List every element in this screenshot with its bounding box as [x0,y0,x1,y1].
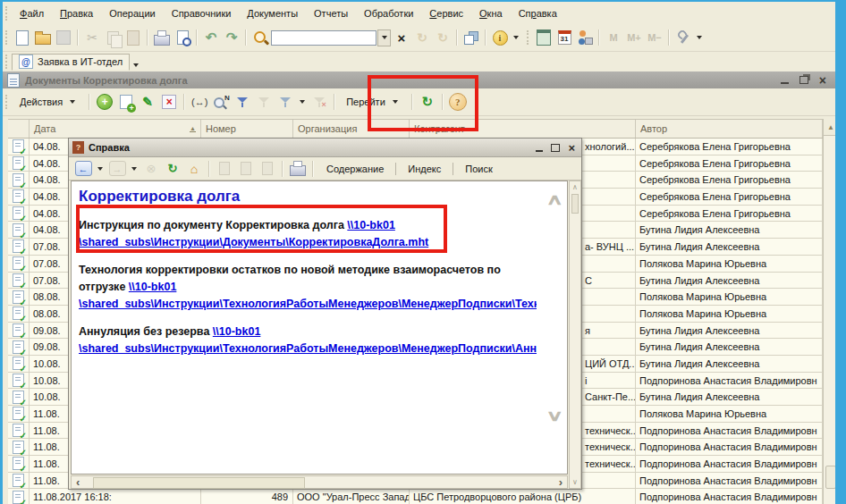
restore-icon[interactable] [799,76,808,84]
minimize-icon[interactable] [781,82,789,84]
chevron-down-icon[interactable] [97,167,103,171]
minimize-icon[interactable] [536,150,543,152]
column-header-Автор[interactable]: Автор [636,120,823,138]
help-path-link[interactable]: \shared_subs\Инструкции\Документы\Коррек… [79,234,537,251]
filter-by-value-button[interactable] [275,92,295,112]
help-home-button[interactable]: ⌂ [184,159,204,179]
user-permissions-button[interactable] [575,28,595,47]
column-header-Дата[interactable]: Дата [30,120,201,138]
menu-item[interactable]: Обработки [356,4,421,22]
chevron-down-icon[interactable] [697,36,702,39]
redo-button[interactable]: ↷ [222,28,241,47]
document-window-titlebar: Документы Корректировка долга [3,71,835,88]
goto-button[interactable]: Перейти [340,91,407,113]
list-settings-button[interactable] [233,92,252,112]
help-tab-contents[interactable]: Содержание [318,162,392,176]
scroll-up-icon[interactable] [572,183,578,191]
column-header-Контрагент[interactable]: Контрагент [410,120,636,138]
info-button[interactable]: i [490,28,510,47]
memory-recall-button: M [604,28,623,47]
posted-document-check-icon [13,139,24,153]
scrollbar-thumb[interactable] [93,477,305,489]
copy-icon [107,31,119,45]
wrench-icon [676,30,690,45]
close-icon[interactable] [819,75,826,86]
scrollbar-thumb[interactable] [571,194,579,214]
open-button[interactable] [33,28,53,47]
calendar-button[interactable]: 31 [554,28,574,47]
content-scroll-down-icon[interactable] [546,407,563,425]
menu-item[interactable]: Правка [52,4,101,22]
menu-item[interactable]: Окна [471,4,511,22]
clear-search-button[interactable]: × [392,28,411,47]
calculator-button[interactable] [534,28,554,47]
chevron-down-icon[interactable] [300,100,305,104]
menu-item[interactable]: Отчеты [306,4,356,22]
help-print-button[interactable] [288,159,308,179]
service-settings-button[interactable] [673,28,693,47]
contragent-fragment: техническ... [585,441,636,452]
help-tab-search[interactable]: Поиск [457,162,500,176]
window-list-caret-icon[interactable] [133,63,139,67]
column-header-Номер[interactable]: Номер [201,120,293,138]
help-back-button[interactable]: ← [73,159,93,179]
close-icon[interactable] [568,143,575,153]
chevron-down-icon[interactable] [131,167,137,171]
cell-author: Серебрякова Елена Григорьевна [636,155,823,172]
add-copy-button[interactable] [116,92,136,112]
help-button[interactable]: ? [448,92,468,112]
column-header-Организация[interactable]: Организация [293,120,410,138]
chevron-down-icon [393,100,398,104]
add-plus-icon: + [97,94,113,110]
scroll-down-icon[interactable] [572,478,578,486]
back-arrow-icon: ← [75,161,92,176]
search-input[interactable] [271,30,376,46]
add-button[interactable]: + [95,92,114,112]
windows-button[interactable] [461,28,481,47]
refresh-button[interactable]: ↻ [418,92,437,112]
posted-document-check-icon [13,357,24,370]
date-interval-button[interactable]: (↔) [190,92,209,112]
separator [668,29,670,46]
help-path-link[interactable]: \shared_subs\Инструкции\ТехнологияРаботы… [79,296,537,313]
window-tab-it-request[interactable]: Заявка в ИТ-отдел [12,54,130,71]
menu-item[interactable]: Справочники [164,4,240,22]
print-preview-button[interactable] [173,28,192,47]
scroll-left-icon[interactable] [76,476,80,488]
chevron-down-icon[interactable] [513,36,519,39]
table-row[interactable]: 11.08.2017 16:18:489ООО "Урал-Пресс Запа… [8,489,823,504]
search-button[interactable] [250,28,270,47]
help-tab-index[interactable]: Индекс [400,162,449,176]
cell-state [8,139,30,155]
menu-item[interactable]: Файл [12,4,52,22]
sort-ascending-icon [190,125,196,132]
new-button[interactable] [13,28,32,47]
circular-arrow-icon: ↻ [417,30,427,45]
help-vertical-scrollbar[interactable] [569,181,581,489]
delete-button[interactable]: × [159,92,179,112]
document-window-title: Документы Корректировка долга [25,75,775,86]
print-button[interactable] [152,28,172,47]
edit-button[interactable]: ✎ [138,92,157,112]
help-server-link[interactable]: \\10-bk01 [213,325,261,338]
actions-button[interactable]: Действия [13,91,84,113]
circular-arrow-icon: ↻ [437,30,448,45]
menu-item[interactable]: Операции [101,4,163,22]
undo-button[interactable]: ↶ [201,28,221,47]
help-server-link[interactable]: \\10-bk01 [129,281,177,293]
help-horizontal-scrollbar[interactable] [71,475,568,489]
help-path-link[interactable]: \shared_subs\Инструкции\ТехнологияРаботы… [79,340,537,357]
menu-item[interactable]: Документы [239,4,306,22]
separator [411,94,413,110]
menu-item[interactable]: Сервис [421,4,471,22]
search-dropdown-button[interactable] [377,29,391,46]
help-server-link[interactable]: \\10-bk01 [347,219,395,231]
scroll-right-icon[interactable] [559,476,563,488]
column-header-state[interactable] [8,120,30,138]
help-refresh-button[interactable]: ↻ [163,159,182,179]
maximize-icon[interactable] [551,144,560,152]
content-scroll-up-icon[interactable] [546,190,563,209]
menu-item[interactable]: Справка [511,4,565,22]
separator [598,29,600,46]
find-by-number-button[interactable]: N [211,92,231,112]
